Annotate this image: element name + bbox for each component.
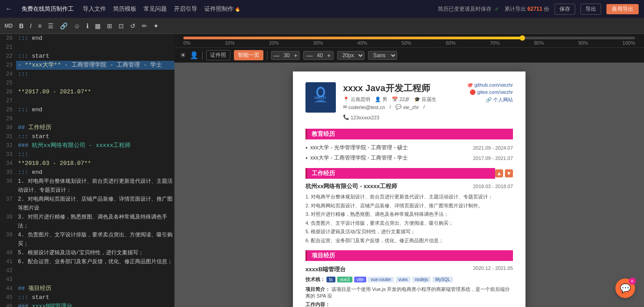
editor-line: 21 bbox=[0, 43, 174, 52]
editor-panel[interactable]: 20 ::: end 21 22 ::: start 23 - **xxx大学*… bbox=[0, 34, 174, 307]
edu-bullet-2: ● bbox=[305, 156, 308, 160]
project-work-label: 工作内容： bbox=[305, 301, 513, 307]
edit-button[interactable]: ✏ bbox=[140, 21, 149, 30]
chat-button[interactable]: 💬 K bbox=[615, 278, 635, 298]
project-title: 项目经历 bbox=[305, 250, 513, 261]
project-header: xxxxB端管理台 2020.12 - 2021.05 bbox=[305, 265, 513, 273]
user-icon[interactable]: 👤 bbox=[190, 51, 199, 59]
editor-line: 42 bbox=[0, 266, 174, 275]
grid-button[interactable]: ⊞ bbox=[105, 21, 114, 30]
project-date: 2020.12 - 2021.05 bbox=[473, 265, 513, 273]
nav-faq[interactable]: 常见问题 bbox=[144, 5, 167, 13]
editor-line: 32 ### 杭州xx网络有限公司 - xxxxx工程师 bbox=[0, 141, 174, 150]
editor-line: 36 1. 对电商平台整体规划设计、前台页进行更新迭代设计、主题活动设计、专题页… bbox=[0, 177, 174, 195]
smart-page-button[interactable]: 智能一页 bbox=[234, 50, 263, 60]
email-icon: ✉ bbox=[343, 104, 347, 110]
editor-line: 31 ::: start bbox=[0, 132, 174, 141]
zoom-minus-button[interactable]: — bbox=[273, 52, 280, 59]
editor-line: 27 bbox=[0, 97, 174, 105]
progress-fill bbox=[183, 37, 522, 39]
chat-badge: K bbox=[629, 278, 636, 285]
preview-toolbar: ☀ 👤 证件照 智能一页 — 30 + — 40 + 20px 16px 18p… bbox=[174, 47, 644, 63]
sync-icon: ✓ bbox=[495, 6, 499, 12]
undo-button[interactable]: ↺ bbox=[128, 21, 137, 30]
edu-item-1: ● xxx大学 - 光华管理学院 - 工商管理 - 硕士 2021.09 - 2… bbox=[305, 144, 513, 151]
sync-info: 简历已变更请及时保存 ✓ bbox=[438, 5, 499, 13]
count-info: 累计导出 62711 份 bbox=[504, 5, 549, 13]
svg-point-3 bbox=[318, 88, 323, 96]
table-button[interactable]: ▦ bbox=[93, 21, 102, 30]
italic-button[interactable]: I bbox=[28, 21, 34, 30]
nav-photo[interactable]: 证件照制作 🔥 bbox=[204, 5, 240, 13]
save-button[interactable]: 保存 bbox=[555, 4, 575, 15]
gender-icon: 👤 bbox=[375, 97, 381, 102]
font-family-select[interactable]: Sans Serif Mono bbox=[368, 51, 397, 60]
bold-button[interactable]: B bbox=[17, 21, 25, 30]
chat-icon: 💬 bbox=[620, 283, 631, 294]
work-up-button[interactable]: ▲ bbox=[495, 169, 503, 177]
top-toolbar: ← 免费在线简历制作工 导入文件 简历模板 常见问题 开启引导 证件照制作 🔥 … bbox=[0, 0, 644, 18]
editor-line: 37 2. 对电商网站页面设计、店铺产品装修、详情页面设计、推广图等图片设 bbox=[0, 195, 174, 213]
site-title: 免费在线简历制作工 bbox=[21, 5, 74, 13]
editor-line: 26 **2017.09 - 2021.07** bbox=[0, 88, 174, 97]
work-down-button[interactable]: ▼ bbox=[505, 169, 513, 177]
progress-thumb bbox=[520, 35, 525, 41]
editor-line: 20 ::: end bbox=[0, 34, 174, 43]
editor-line: 38 3. 对照片进行精修，熟悉抠图、调色及各种常规及特殊调色手法； bbox=[0, 213, 174, 231]
gitee-icon: 🔴 bbox=[470, 89, 476, 95]
font-minus-button[interactable]: — bbox=[306, 52, 313, 59]
editor-line: 35 ::: end bbox=[0, 168, 174, 177]
export-active-button[interactable]: 善用导出 bbox=[606, 4, 639, 14]
gitee-link[interactable]: 🔴 gitee.com/xiezhr bbox=[467, 89, 513, 95]
export-button[interactable]: 导出 bbox=[580, 4, 601, 15]
star-button[interactable]: ✦ bbox=[152, 21, 161, 30]
main-area: 20 ::: end 21 22 ::: start 23 - **xxx大学*… bbox=[0, 34, 644, 307]
ol-button[interactable]: ☰ bbox=[46, 21, 55, 30]
zoom-plus-button[interactable]: + bbox=[294, 52, 297, 59]
progress-track[interactable] bbox=[183, 37, 635, 39]
personal-link[interactable]: 🔗 个人网站 bbox=[467, 97, 513, 103]
tech-tag-vuerouter: vue-router bbox=[368, 277, 394, 282]
resume-info-row-2: ✉ coderlei@test.cn / 💬 xie_zhr / 📞 bbox=[343, 104, 460, 120]
link-icon: 🔗 bbox=[486, 97, 492, 102]
font-size-control: — 40 + bbox=[303, 51, 334, 60]
photo-badge: 🔥 bbox=[235, 7, 240, 12]
link-button[interactable]: 🔗 bbox=[58, 21, 69, 30]
px-select[interactable]: 20px 16px 18px 24px bbox=[337, 51, 364, 60]
tech-tag-ts: ts bbox=[326, 277, 335, 282]
editor-line: 33 ::: bbox=[0, 150, 174, 159]
toolbar-divider-2 bbox=[267, 51, 267, 60]
editor-line: 28 ::: end bbox=[0, 105, 174, 114]
editor-line: 40 5. 根据设计逻辑及活动/宝贝特性，进行文案描写； bbox=[0, 248, 174, 257]
nav-import[interactable]: 导入文件 bbox=[83, 5, 106, 13]
age-icon: 📅 bbox=[392, 97, 398, 102]
zoom-value: 30 bbox=[281, 52, 292, 59]
wechat-icon: 💬 bbox=[395, 104, 402, 110]
nav-links: 导入文件 简历模板 常见问题 开启引导 证件照制作 🔥 bbox=[83, 5, 240, 13]
progress-area: 0% 10% 20% 30% 40% 50% 60% 70% 80% 90% 1… bbox=[174, 34, 644, 47]
font-plus-button[interactable]: + bbox=[327, 52, 330, 59]
work-title: 工作经历 bbox=[305, 168, 495, 179]
progress-labels: 0% 10% 20% 30% 40% 50% 60% 70% 80% 90% 1… bbox=[183, 40, 635, 46]
education-section: 教育经历 ● xxx大学 - 光华管理学院 - 工商管理 - 硕士 2021.0… bbox=[305, 129, 513, 162]
location-icon: 📍 bbox=[343, 97, 349, 102]
ul-button[interactable]: ≡ bbox=[36, 21, 43, 30]
resume-name: xxxx Java开发工程师 bbox=[343, 82, 460, 94]
work-item: 1. 对电商平台整体规划设计、前台页进行更新迭代设计、主题活动设计、专题页设计； bbox=[305, 193, 513, 201]
resume-avatar: viezh· bbox=[305, 82, 336, 113]
toolbar-divider bbox=[202, 51, 203, 60]
emoji-button[interactable]: ☺ bbox=[72, 21, 82, 30]
editor-line: 43 bbox=[0, 275, 174, 284]
resume-header: viezh· xxxx Java开发工程师 📍 云南昆明 bbox=[305, 82, 513, 122]
info-button[interactable]: ℹ bbox=[85, 21, 90, 30]
work-section: 工作经历 ▲ ▼ 杭州xx网络有限公司 - xxxxx工程师 2018.03 -… bbox=[305, 168, 513, 244]
nav-template[interactable]: 简历模板 bbox=[113, 5, 136, 13]
resume-info-row-1: 📍 云南昆明 👤 男 📅 22岁 bbox=[343, 96, 460, 103]
layout-button[interactable]: ⊡ bbox=[117, 21, 126, 30]
back-button[interactable]: ← bbox=[5, 5, 13, 13]
edu-date-2: 2017.09 - 2021.07 bbox=[473, 156, 513, 161]
sun-icon[interactable]: ☀ bbox=[180, 51, 186, 59]
nav-guide[interactable]: 开启引导 bbox=[174, 5, 197, 13]
id-photo-button[interactable]: 证件照 bbox=[206, 50, 230, 60]
github-link[interactable]: 🐙 github.com/xiezhr bbox=[467, 82, 513, 88]
